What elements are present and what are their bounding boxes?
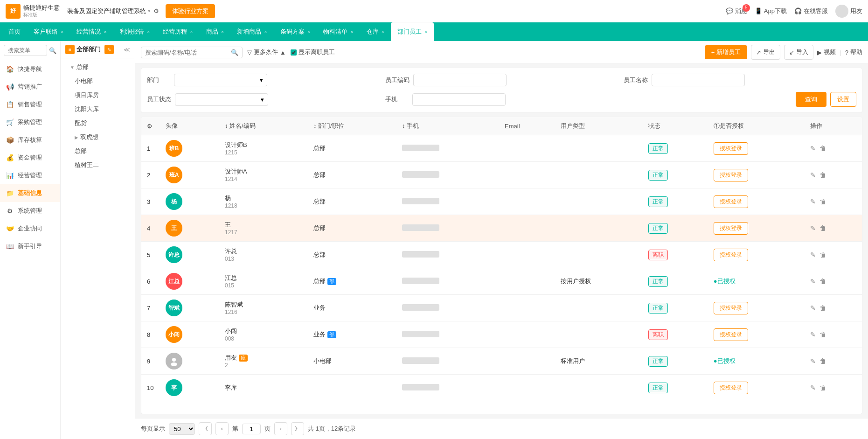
delete-button[interactable]: 🗑	[819, 251, 826, 258]
tab-history[interactable]: 经营历程×	[156, 22, 199, 41]
user-menu-button[interactable]: 用友	[835, 5, 862, 18]
tab-barcode[interactable]: 条码方案×	[274, 22, 317, 41]
gear-icon[interactable]: ⚙	[151, 6, 162, 17]
empstatus-select[interactable]: ▾	[175, 93, 268, 106]
more-conditions-btn[interactable]: ▽ 更多条件 ▲	[247, 48, 286, 56]
edit-button[interactable]: ✎	[810, 145, 816, 152]
dept-node-zongbu[interactable]: 总部	[61, 144, 135, 158]
show-resigned-checkbox[interactable]: 显示离职员工	[291, 48, 335, 56]
delete-button[interactable]: 🗑	[819, 171, 826, 179]
dept-node-zhishu[interactable]: 植树王二	[61, 158, 135, 172]
tab-close-operation[interactable]: ×	[104, 29, 106, 35]
sidebar-item-quicknav[interactable]: 🏠 快捷导航	[0, 60, 60, 78]
sidebar-item-sales[interactable]: 📋 销售管理	[0, 96, 60, 113]
tab-close-new-goods[interactable]: ×	[264, 29, 267, 35]
edit-button[interactable]: ✎	[810, 384, 816, 391]
page-size-select[interactable]: 50 20 100	[169, 423, 195, 435]
edit-button[interactable]: ✎	[810, 331, 816, 338]
tab-bom[interactable]: 物料清单×	[317, 22, 360, 41]
dept-node-zongbu-parent[interactable]: ▼ 总部	[61, 60, 135, 74]
experience-button[interactable]: 体验行业方案	[166, 4, 215, 18]
dept-select[interactable]: ▾	[174, 74, 267, 86]
auth-button[interactable]: 授权登录	[714, 249, 748, 261]
tab-new-goods[interactable]: 新增商品×	[230, 22, 273, 41]
export-button[interactable]: ↗ 导出	[751, 45, 780, 60]
edit-button[interactable]: ✎	[810, 198, 816, 205]
col-name[interactable]: ↕ 姓名/编码	[219, 117, 308, 135]
app-download-button[interactable]: 📱 App下载	[755, 7, 787, 15]
col-dept[interactable]: ↕ 部门/职位	[308, 117, 396, 135]
tab-home[interactable]: 首页	[2, 22, 27, 41]
col-settings[interactable]: ⚙	[141, 117, 160, 135]
delete-button[interactable]: 🗑	[819, 357, 826, 365]
next-page-btn[interactable]: ›	[274, 422, 287, 435]
col-phone[interactable]: ↕ 手机	[396, 117, 499, 135]
tab-close-profit[interactable]: ×	[147, 29, 150, 35]
tab-close-history[interactable]: ×	[190, 29, 193, 35]
sidebar-item-basic[interactable]: 📁 基础信息	[0, 184, 60, 202]
setting-button[interactable]: 设置	[830, 92, 856, 107]
dept-node-xiaodian[interactable]: 小电部	[61, 74, 135, 88]
tab-profit[interactable]: 利润报告×	[113, 22, 156, 41]
dept-node-shuanghu[interactable]: ▶ 双虎想	[61, 130, 135, 144]
delete-button[interactable]: 🗑	[819, 278, 826, 285]
dept-edit-icon[interactable]: ✎	[104, 45, 114, 54]
edit-button[interactable]: ✎	[810, 224, 816, 232]
online-service-button[interactable]: 🎧 在线客服	[794, 7, 828, 15]
help-button[interactable]: ? 帮助	[845, 48, 862, 56]
sidebar-item-inventory[interactable]: 📦 库存核算	[0, 131, 60, 149]
sidebar-item-collab[interactable]: 🤝 企业协同	[0, 220, 60, 237]
empcode-input[interactable]	[413, 74, 507, 86]
empname-input[interactable]	[652, 74, 745, 86]
tab-customer[interactable]: 客户联络×	[27, 22, 70, 41]
add-employee-button[interactable]: + 新增员工	[705, 45, 748, 59]
page-input[interactable]	[242, 424, 261, 434]
edit-button[interactable]: ✎	[810, 251, 816, 258]
tab-goods[interactable]: 商品×	[200, 22, 230, 41]
tab-department[interactable]: 部门员工×	[391, 22, 434, 41]
tab-close-department[interactable]: ×	[424, 29, 427, 35]
video-button[interactable]: ▶ 视频	[817, 48, 836, 56]
search-input[interactable]	[145, 49, 229, 56]
sidebar-item-marketing[interactable]: 📢 营销推广	[0, 78, 60, 96]
tab-operation[interactable]: 经营情况×	[70, 22, 113, 41]
tab-close-customer[interactable]: ×	[61, 29, 63, 35]
auth-button[interactable]: 授权登录	[714, 222, 748, 235]
auth-button[interactable]: 授权登录	[714, 382, 748, 394]
tab-close-goods[interactable]: ×	[221, 29, 224, 35]
auth-button[interactable]: 授权登录	[714, 169, 748, 181]
import-button[interactable]: ↙ 导入	[784, 45, 813, 60]
edit-button[interactable]: ✎	[810, 304, 816, 312]
auth-button[interactable]: 授权登录	[714, 328, 748, 341]
delete-button[interactable]: 🗑	[819, 145, 826, 152]
dept-collapse-btn[interactable]: ≪	[124, 46, 130, 53]
query-button[interactable]: 查询	[796, 92, 826, 107]
tab-warehouse[interactable]: 仓库×	[360, 22, 391, 41]
tab-close-warehouse[interactable]: ×	[382, 29, 384, 35]
dept-node-delivery[interactable]: 配货	[61, 116, 135, 130]
sidebar-item-purchase[interactable]: 🛒 采购管理	[0, 113, 60, 131]
last-page-btn[interactable]: 》	[291, 422, 304, 435]
delete-button[interactable]: 🗑	[819, 384, 826, 391]
dept-node-project[interactable]: 项目库房	[61, 88, 135, 102]
tab-close-bom[interactable]: ×	[350, 29, 353, 35]
edit-button[interactable]: ✎	[810, 357, 816, 365]
delete-button[interactable]: 🗑	[819, 331, 826, 338]
edit-button[interactable]: ✎	[810, 278, 816, 285]
auth-button[interactable]: 授权登录	[714, 302, 748, 314]
messages-button[interactable]: 💬 消息 5	[726, 7, 747, 15]
sidebar-item-guide[interactable]: 📖 新手引导	[0, 237, 60, 255]
dept-node-shenyang[interactable]: 沈阳大库	[61, 102, 135, 116]
first-page-btn[interactable]: 《	[199, 422, 212, 435]
auth-button[interactable]: 授权登录	[714, 142, 748, 155]
sidebar-search-input[interactable]	[4, 45, 47, 56]
phone-input[interactable]	[412, 93, 506, 106]
delete-button[interactable]: 🗑	[819, 198, 826, 205]
prev-page-btn[interactable]: ‹	[215, 422, 229, 435]
sidebar-item-finance[interactable]: 💰 资金管理	[0, 149, 60, 167]
edit-button[interactable]: ✎	[810, 171, 816, 179]
sidebar-item-system[interactable]: ⚙ 系统管理	[0, 202, 60, 220]
sidebar-item-operations[interactable]: 📊 经营管理	[0, 167, 60, 184]
auth-button[interactable]: 授权登录	[714, 195, 748, 208]
tab-close-barcode[interactable]: ×	[307, 29, 310, 35]
